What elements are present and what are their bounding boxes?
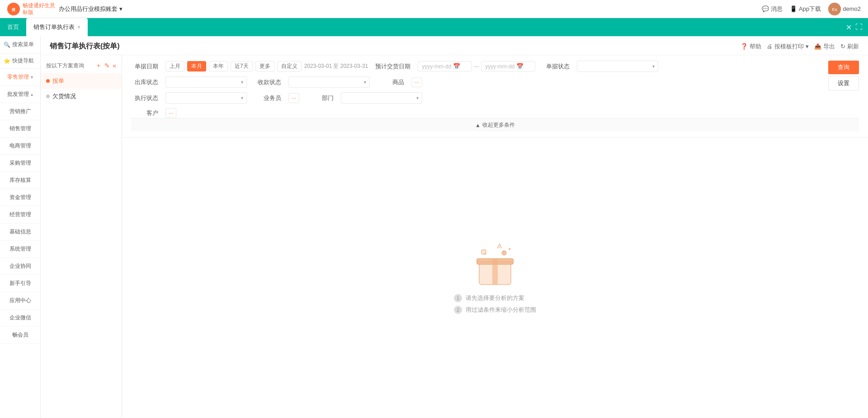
chevron-icon: ▴ <box>31 92 33 97</box>
tab-close-icon[interactable]: × <box>77 24 80 30</box>
sidebar-item-corp-collab[interactable]: 企业协同 <box>0 258 40 275</box>
collapse-btn[interactable]: ▲ 收起更多条件 <box>131 118 859 132</box>
salesperson-ellipsis-btn[interactable]: ··· <box>288 93 299 103</box>
scheme-dot-gray <box>46 95 50 98</box>
sidebar-item-wholesale[interactable]: 批发管理 ▴ <box>0 86 40 103</box>
goods-ellipsis-btn[interactable]: ··· <box>411 77 422 87</box>
status-select-wrapper <box>577 61 658 72</box>
inner-panel: 按以下方案查询 ＋ ✎ « 按单 欠货情况 <box>41 55 868 418</box>
step-num-2: 2 <box>454 306 462 314</box>
preset-more[interactable]: 更多 <box>255 61 274 71</box>
sidebar-item-system[interactable]: 系统管理 <box>0 241 40 258</box>
dept-select-wrapper <box>341 92 422 104</box>
filter-area: 单据日期 上月 本月 本年 近7天 更多 自定义 2023-03-01 至 20… <box>122 55 868 138</box>
empty-step-2: 2 用过滤条件来缩小分析范围 <box>454 306 536 314</box>
expected-date-from[interactable]: yyyy-mm-dd 📅 <box>418 61 472 71</box>
sidebar-item-retail[interactable]: 零售管理 ▾ <box>0 69 40 86</box>
scheme-dot <box>46 79 50 83</box>
sidebar-item-app-center[interactable]: 应用中心 <box>0 292 40 309</box>
header-left: 捷 畅捷通好生意 标版 办公用品行业模拟账套 ▾ <box>7 2 123 15</box>
preset-last-month[interactable]: 上月 <box>165 61 184 71</box>
message-action[interactable]: 💬 消息 <box>762 5 783 13</box>
empty-illustration: ✦ ✦ 1 请先选择要分析的方案 2 <box>454 242 536 314</box>
refresh-btn[interactable]: ↻ 刷新 <box>840 43 859 51</box>
scheme-item-shortage[interactable]: 欠货情况 <box>41 89 122 104</box>
logo-text: 畅捷通好生意 标版 <box>23 2 55 15</box>
exec-label: 执行状态 <box>131 94 158 102</box>
sidebar: 🔍 搜索菜单 ⭐ 快捷导航 零售管理 ▾ 批发管理 ▴ 营销推广 销售管理 <box>0 36 41 418</box>
avatar: Ea <box>828 3 841 15</box>
exec-select[interactable] <box>165 92 247 104</box>
salesperson-label: 业务员 <box>254 94 281 102</box>
active-tab[interactable]: 销售订单执行表 × <box>26 18 88 36</box>
dept-select[interactable] <box>341 92 422 104</box>
download-icon: 📱 <box>790 5 797 12</box>
right-content: 单据日期 上月 本月 本年 近7天 更多 自定义 2023-03-01 至 20… <box>122 55 868 418</box>
sidebar-quick-nav[interactable]: ⭐ 快捷导航 <box>0 53 40 69</box>
customer-label: 客户 <box>131 109 158 117</box>
filter-and-query: 单据日期 上月 本月 本年 近7天 更多 自定义 2023-03-01 至 20… <box>131 61 859 118</box>
nav-tabs-actions: ✕ ⛶ <box>846 23 868 32</box>
edit-scheme-icon[interactable]: ✎ <box>104 62 110 69</box>
main-layout: 🔍 搜索菜单 ⭐ 快捷导航 零售管理 ▾ 批发管理 ▴ 营销推广 销售管理 <box>0 36 868 418</box>
filter-fields: 单据日期 上月 本月 本年 近7天 更多 自定义 2023-03-01 至 20… <box>131 61 823 118</box>
help-btn[interactable]: ❓ 帮助 <box>741 43 761 51</box>
app-download-action[interactable]: 📱 App下载 <box>790 5 821 13</box>
filter-row-1: 单据日期 上月 本月 本年 近7天 更多 自定义 2023-03-01 至 20… <box>131 61 823 72</box>
sidebar-search[interactable]: 🔍 搜索菜单 <box>0 36 40 53</box>
sidebar-item-guide[interactable]: 新手引导 <box>0 275 40 292</box>
print-chevron-icon: ▾ <box>806 43 809 50</box>
content-area: 销售订单执行表(按单) ❓ 帮助 🖨 按模板打印 ▾ 📤 导出 <box>41 36 868 418</box>
collapse-up-icon: ▲ <box>475 122 481 128</box>
filter-row-3: 执行状态 业务员 ··· 部门 <box>131 92 823 104</box>
collapse-scheme-icon[interactable]: « <box>113 62 116 69</box>
chevron-down-icon: ▾ <box>119 5 123 12</box>
user-action[interactable]: Ea demo2 <box>828 3 861 15</box>
query-button[interactable]: 查询 <box>828 61 859 74</box>
exec-select-wrapper <box>165 92 247 104</box>
svg-text:捷: 捷 <box>11 8 15 12</box>
preset-this-month[interactable]: 本月 <box>187 61 206 71</box>
customer-ellipsis-btn[interactable]: ··· <box>165 108 176 118</box>
chevron-icon: ▾ <box>31 75 33 80</box>
status-select[interactable] <box>577 61 658 72</box>
status-label: 单据状态 <box>542 62 570 71</box>
scheme-item-order[interactable]: 按单 <box>41 73 122 89</box>
svg-text:✦: ✦ <box>508 247 511 252</box>
set-button[interactable]: 设置 <box>828 76 859 90</box>
sidebar-item-sales[interactable]: 销售管理 <box>0 120 40 138</box>
sidebar-item-purchase[interactable]: 采购管理 <box>0 155 40 172</box>
delivery-label: 出库状态 <box>131 78 158 86</box>
add-scheme-icon[interactable]: ＋ <box>95 62 102 70</box>
svg-text:Ea: Ea <box>832 7 837 12</box>
delivery-select[interactable] <box>165 76 247 88</box>
export-btn[interactable]: 📤 导出 <box>814 43 835 51</box>
svg-text:✦: ✦ <box>484 252 487 256</box>
empty-step-1: 1 请先选择要分析的方案 <box>454 294 536 302</box>
cal-to-icon[interactable]: 📅 <box>516 63 524 70</box>
maximize-icon[interactable]: ⛶ <box>855 23 863 31</box>
sidebar-item-corp-wechat[interactable]: 企业微信 <box>0 309 40 327</box>
goods-label: 商品 <box>377 78 404 86</box>
sidebar-item-member[interactable]: 畅会员 <box>0 327 40 344</box>
sidebar-item-inventory[interactable]: 库存核算 <box>0 172 40 189</box>
cal-from-icon[interactable]: 📅 <box>453 63 460 70</box>
collection-select[interactable] <box>288 76 370 88</box>
sidebar-item-operations[interactable]: 经营管理 <box>0 206 40 223</box>
sidebar-item-finance[interactable]: 资金管理 <box>0 189 40 206</box>
sidebar-item-marketing[interactable]: 营销推广 <box>0 103 40 120</box>
sidebar-item-basic-info[interactable]: 基础信息 <box>0 223 40 241</box>
svg-rect-7 <box>477 261 513 263</box>
top-header: 捷 畅捷通好生意 标版 办公用品行业模拟账套 ▾ 💬 消息 📱 App下载 <box>0 0 868 18</box>
sidebar-item-ecommerce[interactable]: 电商管理 <box>0 138 40 155</box>
svg-point-8 <box>502 251 506 255</box>
preset-custom[interactable]: 自定义 <box>277 61 302 71</box>
preset-this-year[interactable]: 本年 <box>209 61 228 71</box>
expected-date-to[interactable]: yyyy-mm-dd 📅 <box>481 61 535 71</box>
home-tab[interactable]: 首页 <box>0 18 26 36</box>
date-group: 上月 本月 本年 近7天 更多 自定义 2023-03-01 至 2023-03… <box>165 61 368 71</box>
preset-7days[interactable]: 近7天 <box>231 61 253 71</box>
industry-dropdown[interactable]: 办公用品行业模拟账套 ▾ <box>59 5 123 13</box>
close-window-icon[interactable]: ✕ <box>846 23 852 32</box>
template-print-btn[interactable]: 🖨 按模板打印 ▾ <box>767 43 809 51</box>
